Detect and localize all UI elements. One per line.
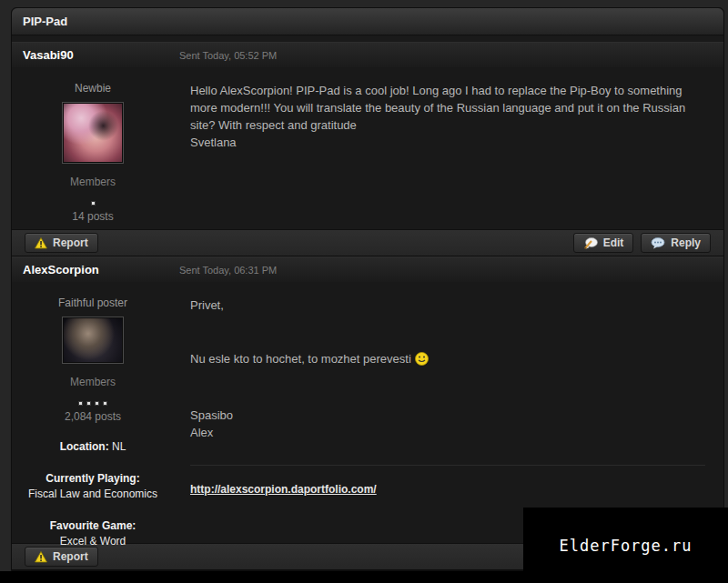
location-value: NL <box>112 440 126 453</box>
avatar-image <box>64 318 122 362</box>
warning-icon <box>35 237 47 249</box>
avatar[interactable] <box>62 102 124 164</box>
report-button[interactable]: Report <box>25 547 98 567</box>
report-button[interactable]: Report <box>25 233 98 253</box>
member-post-count: 14 posts <box>12 210 174 223</box>
message-line: Spasibo <box>190 407 705 424</box>
avatar[interactable] <box>62 317 124 364</box>
edit-button-label: Edit <box>603 236 624 249</box>
post-actions: Edit Reply <box>573 233 711 253</box>
avatar-image <box>64 104 122 162</box>
reply-button-label: Reply <box>671 236 701 249</box>
member-pip-icon <box>91 201 96 206</box>
post-1-body: Newbie Members 14 posts Hello AlexScorpi… <box>12 67 723 229</box>
member-pip-icon <box>86 401 91 406</box>
post-1-author-pane: Newbie Members 14 posts <box>12 67 174 229</box>
member-favourite-game: Favourite Game: Excel & Word <box>12 518 174 549</box>
message-text: Nu esle kto to hochet, to mozhet pereves… <box>190 352 411 366</box>
post-1-message: Hello AlexScorpion! PIP-Pad is a cool jo… <box>174 67 723 229</box>
member-group: Members <box>12 376 174 388</box>
post-2-author-pane: Faithful poster Members 2,084 posts Loca… <box>12 282 174 543</box>
favourite-game-value: Excel & Word <box>60 535 126 548</box>
warning-icon <box>35 551 47 563</box>
topic-title-bar: PIP-Pad <box>12 8 723 35</box>
post-2-message: Privet, Nu esle kto to hochet, to mozhet… <box>174 282 723 543</box>
member-pip-icon <box>78 401 83 406</box>
message-text: Hello AlexScorpion! PIP-Pad is a cool jo… <box>190 82 705 134</box>
member-post-count: 2,084 posts <box>12 410 174 423</box>
post-author-link[interactable]: AlexScorpion <box>12 263 174 276</box>
member-pips <box>12 196 174 203</box>
watermark-text: ElderForge.ru <box>559 537 692 555</box>
reply-button[interactable]: Reply <box>641 233 711 253</box>
watermark-box: ElderForge.ru <box>523 508 728 583</box>
post-1-header: Vasabi90 Sent Today, 05:52 PM <box>12 42 723 67</box>
currently-playing-label: Currently Playing: <box>46 472 139 485</box>
member-pip-icon <box>103 401 107 406</box>
member-rank: Faithful poster <box>12 297 174 309</box>
favourite-game-label: Favourite Game: <box>50 519 136 532</box>
member-location: Location: NL <box>12 439 174 455</box>
message-line: Alex <box>190 424 705 441</box>
post-timestamp: Sent Today, 06:31 PM <box>174 265 277 276</box>
post-author-link[interactable]: Vasabi90 <box>12 48 174 62</box>
signature-link[interactable]: http://alexscorpion.daportfolio.com/ <box>190 483 377 496</box>
message-line: Privet, <box>190 297 705 314</box>
signature-area: http://alexscorpion.daportfolio.com/ <box>190 465 705 498</box>
currently-playing-value: Fiscal Law and Economics <box>28 488 157 500</box>
post-2-body: Faithful poster Members 2,084 posts Loca… <box>12 282 723 543</box>
post-2-header: AlexScorpion Sent Today, 06:31 PM <box>12 256 723 282</box>
topic-title: PIP-Pad <box>23 15 67 28</box>
post-timestamp: Sent Today, 05:52 PM <box>174 50 277 61</box>
smiley-icon <box>415 352 429 370</box>
edit-icon <box>583 237 598 249</box>
forum-topic-panel: PIP-Pad Vasabi90 Sent Today, 05:52 PM Ne… <box>11 7 724 571</box>
post-1: Vasabi90 Sent Today, 05:52 PM Newbie Mem… <box>12 42 723 256</box>
member-group: Members <box>12 176 174 188</box>
member-pip-icon <box>95 401 99 406</box>
message-signoff: Svetlana <box>190 134 705 151</box>
report-button-label: Report <box>53 236 88 249</box>
message-line: Nu esle kto to hochet, to mozhet pereves… <box>190 350 705 370</box>
member-rank: Newbie <box>12 82 174 95</box>
edit-button[interactable]: Edit <box>573 233 634 253</box>
location-label: Location: <box>60 440 109 453</box>
reply-icon <box>651 237 665 249</box>
member-pips <box>12 396 174 403</box>
member-currently-playing: Currently Playing: Fiscal Law and Econom… <box>12 471 174 502</box>
post-1-footer: Report Edit <box>12 229 723 256</box>
report-button-label: Report <box>53 550 88 563</box>
